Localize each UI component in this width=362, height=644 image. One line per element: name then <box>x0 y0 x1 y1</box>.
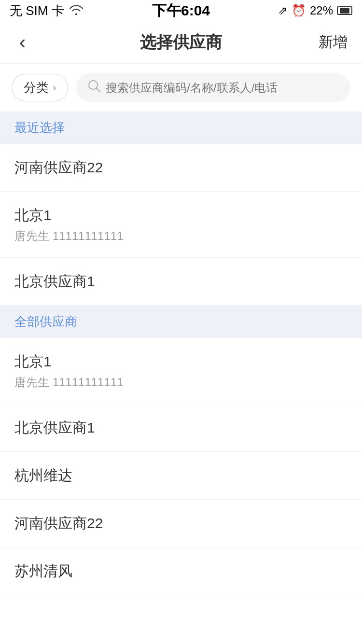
item-name: 苏州清风 <box>14 561 348 581</box>
search-box <box>76 73 350 102</box>
battery-icon <box>337 6 352 15</box>
carrier-text: 无 SIM 卡 <box>10 2 64 19</box>
item-sub: 唐先生 11111111111 <box>14 228 348 244</box>
location-icon: ⇗ <box>278 4 288 17</box>
list-item[interactable]: 苏州清风 <box>0 547 362 595</box>
item-name: 杭州维达 <box>14 465 348 486</box>
status-bar: 无 SIM 卡 下午6:04 ⇗ ⏰ 22% <box>0 0 362 21</box>
all-section-header: 全部供应商 <box>0 306 362 338</box>
list-item[interactable]: 河南供应商22 <box>0 500 362 547</box>
battery-text: 22% <box>310 4 333 17</box>
item-name: 北京供应商1 <box>14 271 348 292</box>
search-input[interactable] <box>106 81 339 95</box>
item-name: 北京1 <box>14 351 348 372</box>
nav-title: 选择供应商 <box>140 31 222 54</box>
recent-items-list: 河南供应商22 北京1 唐先生 11111111111 北京供应商1 <box>0 144 362 306</box>
list-item[interactable]: 北京供应商1 <box>0 258 362 306</box>
status-right: ⇗ ⏰ 22% <box>278 4 352 17</box>
add-button[interactable]: 新增 <box>319 32 348 52</box>
list-item[interactable]: 杭州维达 <box>0 452 362 500</box>
back-button[interactable]: ‹ <box>14 27 30 58</box>
nav-bar: ‹ 选择供应商 新增 <box>0 21 362 64</box>
list-item[interactable]: 北京1 唐先生 11111111111 <box>0 192 362 258</box>
filter-row: 分类 › <box>0 64 362 112</box>
category-label: 分类 <box>24 79 49 96</box>
wifi-icon <box>69 3 84 18</box>
item-name: 河南供应商22 <box>14 513 348 533</box>
item-name: 北京供应商1 <box>14 418 348 438</box>
recent-section-label: 最近选择 <box>14 120 65 135</box>
search-icon <box>87 79 101 96</box>
item-name: 河南供应商22 <box>14 157 348 178</box>
category-button[interactable]: 分类 › <box>12 74 68 101</box>
status-left: 无 SIM 卡 <box>10 2 84 19</box>
list-item[interactable]: 河南供应商22 <box>0 144 362 192</box>
svg-line-1 <box>97 88 100 92</box>
list-item[interactable]: 北京供应商1 <box>0 404 362 452</box>
all-section-label: 全部供应商 <box>14 314 77 329</box>
item-name: 北京1 <box>14 205 348 225</box>
status-time: 下午6:04 <box>152 1 210 21</box>
item-sub: 唐先生 11111111111 <box>14 375 348 390</box>
list-item[interactable]: 北京1 唐先生 11111111111 <box>0 338 362 404</box>
alarm-icon: ⏰ <box>292 4 306 17</box>
chevron-right-icon: › <box>53 82 56 94</box>
all-items-list: 北京1 唐先生 11111111111 北京供应商1 杭州维达 河南供应商22 … <box>0 338 362 595</box>
recent-section-header: 最近选择 <box>0 112 362 144</box>
